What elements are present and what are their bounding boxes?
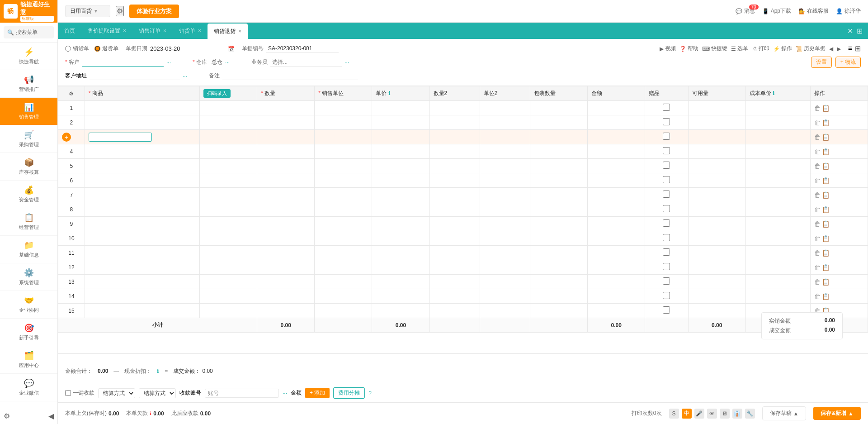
gift-checkbox-14[interactable]	[663, 292, 670, 299]
online-service-button[interactable]: 💁 在线客服	[798, 7, 829, 15]
gift-cell-6[interactable]	[645, 173, 688, 188]
packqty-cell-8[interactable]	[530, 202, 588, 217]
avail-cell-11[interactable]	[688, 246, 745, 260]
amount-cell-11[interactable]	[588, 246, 645, 260]
delete-btn-10[interactable]: 🗑	[814, 235, 821, 242]
price-cell-2[interactable]	[372, 115, 429, 130]
packqty-cell-7[interactable]	[530, 188, 588, 202]
next-btn[interactable]: ▶	[837, 46, 841, 52]
price-cell-1[interactable]	[372, 101, 429, 115]
qty-cell-14[interactable]	[257, 289, 315, 304]
status-zh-icon[interactable]: 中	[682, 409, 692, 419]
unit2-cell-13[interactable]	[480, 275, 530, 289]
copy-btn-13[interactable]: 📋	[822, 278, 830, 286]
delete-btn-7[interactable]: 🗑	[814, 191, 821, 199]
cost-cell-14[interactable]	[745, 289, 810, 304]
tab-销售订单[interactable]: 销售订单×	[132, 23, 173, 39]
qty2-cell-1[interactable]	[429, 101, 480, 115]
qty-cell-1[interactable]	[257, 101, 315, 115]
gift-checkbox-4[interactable]	[663, 147, 670, 154]
cost-cell-5[interactable]	[745, 159, 810, 173]
packqty-cell-5[interactable]	[530, 159, 588, 173]
unit-cell-4[interactable]	[315, 144, 372, 159]
sidebar-item-member[interactable]: 👥 畅会员	[0, 401, 57, 408]
sale-order-radio[interactable]: 销货单	[65, 45, 89, 52]
history-btn[interactable]: 📜 历史单据	[796, 45, 826, 52]
video-btn[interactable]: ▶ 视频	[660, 45, 676, 52]
amount-cell-1[interactable]	[588, 101, 645, 115]
packqty-cell-4[interactable]	[530, 144, 588, 159]
delete-btn-4[interactable]: 🗑	[814, 148, 821, 155]
scan-cell-13[interactable]	[200, 275, 257, 289]
cost-cell-6[interactable]	[745, 173, 810, 188]
tab-销货单[interactable]: 销货单×	[173, 23, 208, 39]
qty2-cell-5[interactable]	[429, 159, 480, 173]
packqty-cell-3[interactable]	[530, 130, 588, 144]
qty-cell-13[interactable]	[257, 275, 315, 289]
amount-cell-15[interactable]	[588, 304, 645, 318]
packqty-cell-11[interactable]	[530, 246, 588, 260]
note-input[interactable]	[222, 71, 358, 80]
product-cell-11[interactable]	[85, 246, 199, 260]
cost-cell-7[interactable]	[745, 188, 810, 202]
qty-cell-9[interactable]	[257, 217, 315, 231]
qty-cell-7[interactable]	[257, 188, 315, 202]
copy-btn-4[interactable]: 📋	[822, 148, 830, 155]
unit2-cell-14[interactable]	[480, 289, 530, 304]
unit-cell-3[interactable]	[315, 130, 372, 144]
avail-cell-13[interactable]	[688, 275, 745, 289]
cost-cell-13[interactable]	[745, 275, 810, 289]
customer-select-dots[interactable]: ···	[166, 59, 171, 66]
cost-cell-10[interactable]	[745, 231, 810, 246]
amount-cell-10[interactable]	[588, 231, 645, 246]
delete-btn-11[interactable]: 🗑	[814, 249, 821, 257]
unit2-cell-11[interactable]	[480, 246, 530, 260]
scan-cell-7[interactable]	[200, 188, 257, 202]
gift-checkbox-12[interactable]	[663, 263, 670, 270]
delete-btn-14[interactable]: 🗑	[814, 293, 821, 300]
gift-checkbox-9[interactable]	[663, 219, 670, 227]
amount-cell-2[interactable]	[588, 115, 645, 130]
close-tab-btn[interactable]: ✕	[847, 27, 853, 35]
tab-close-2[interactable]: ×	[163, 28, 166, 34]
sale-order-radio-input[interactable]	[65, 46, 71, 52]
sidebar-collapse-btn[interactable]: ◀	[48, 412, 54, 420]
shortcut-btn[interactable]: ⌨ 快捷键	[702, 45, 727, 52]
calendar-icon[interactable]: 📅	[228, 46, 235, 52]
tab-close-4[interactable]: ×	[238, 28, 241, 34]
price-cell-13[interactable]	[372, 275, 429, 289]
amount-cell-7[interactable]	[588, 188, 645, 202]
avail-cell-12[interactable]	[688, 260, 745, 275]
price-info-icon[interactable]: ℹ	[388, 90, 391, 96]
sidebar-settings-btn[interactable]: ⚙	[4, 412, 10, 420]
add-payment-button[interactable]: + 添加	[305, 388, 330, 398]
scan-cell-14[interactable]	[200, 289, 257, 304]
topbar-settings-btn[interactable]: ⚙	[116, 6, 124, 16]
product-cell-4[interactable]	[85, 144, 199, 159]
gift-checkbox-1[interactable]	[663, 104, 670, 111]
avail-cell-3[interactable]	[688, 130, 745, 144]
product-cell-10[interactable]	[85, 231, 199, 246]
product-cell-9[interactable]	[85, 217, 199, 231]
amount-cell-14[interactable]	[588, 289, 645, 304]
return-order-radio[interactable]: 退货单	[94, 45, 118, 52]
amount-cell-9[interactable]	[588, 217, 645, 231]
cost-cell-8[interactable]	[745, 202, 810, 217]
avail-cell-14[interactable]	[688, 289, 745, 304]
price-cell-6[interactable]	[372, 173, 429, 188]
qty2-cell-15[interactable]	[429, 304, 480, 318]
sidebar-item-wechat[interactable]: 💬 企业微信	[0, 374, 57, 401]
gift-cell-14[interactable]	[645, 289, 688, 304]
gift-cell-11[interactable]	[645, 246, 688, 260]
gift-checkbox-5[interactable]	[663, 162, 670, 169]
message-button[interactable]: 💬 消息 70	[736, 7, 755, 15]
copy-btn-6[interactable]: 📋	[822, 177, 830, 184]
unit2-cell-2[interactable]	[480, 115, 530, 130]
scan-cell-4[interactable]	[200, 144, 257, 159]
packqty-cell-13[interactable]	[530, 275, 588, 289]
price-cell-5[interactable]	[372, 159, 429, 173]
cost-cell-1[interactable]	[745, 101, 810, 115]
save-draft-button[interactable]: 保存草稿 ▲	[762, 406, 807, 420]
tab-售价提取设置[interactable]: 售价提取设置×	[81, 23, 132, 39]
status-shirt-icon[interactable]: 👔	[732, 409, 742, 419]
